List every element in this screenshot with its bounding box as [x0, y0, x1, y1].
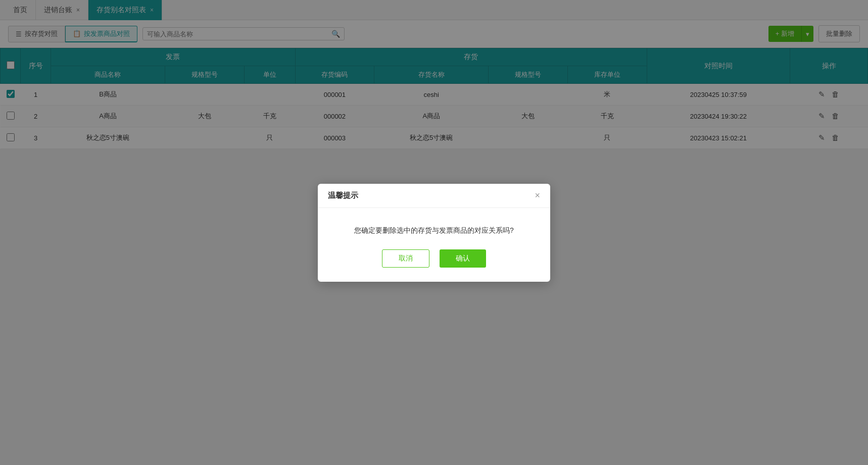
modal-overlay: 温馨提示 × 您确定要删除选中的存货与发票商品的对应关系吗? 取消 确认 [0, 0, 868, 149]
